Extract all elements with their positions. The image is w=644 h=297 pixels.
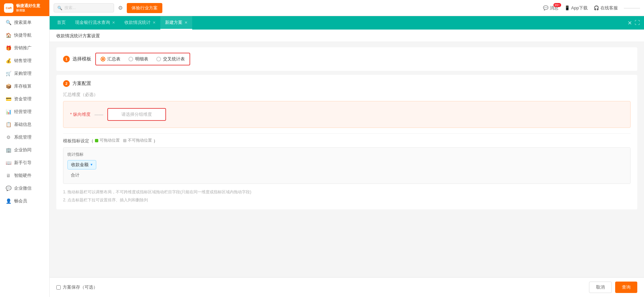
app-name: 畅捷通好生意 xyxy=(16,3,40,8)
settings-icon[interactable]: ⚙ xyxy=(118,5,123,11)
sidebar-item-wechat[interactable]: 💬 企业微信 xyxy=(0,182,49,195)
step2-title: 方案配置 xyxy=(72,81,91,87)
message-icon: 💬 xyxy=(543,5,548,10)
service-icon: 🎧 xyxy=(594,5,599,10)
step2-header: 2 方案配置 xyxy=(63,80,631,87)
footer-actions: 取消 查询 xyxy=(589,282,637,293)
metrics-area: 统计指标 收款金额 ▾ 合计 xyxy=(63,147,631,184)
tab-bank[interactable]: 现金银行流水查询 ✕ xyxy=(70,16,120,30)
search-icon: 🔍 xyxy=(5,19,11,26)
chat-icon: 💬 xyxy=(5,185,11,191)
tab-new[interactable]: 新建方案 ✕ xyxy=(160,16,192,30)
step1-number: 1 xyxy=(63,56,70,62)
sidebar-item-inventory[interactable]: 📦 库存核算 xyxy=(0,80,49,93)
tab-fullscreen-icon[interactable]: ⛶ xyxy=(635,20,640,26)
radio-detail[interactable]: 明细表 xyxy=(128,56,148,62)
radio-dot-cross xyxy=(156,57,161,61)
tab-stats-close[interactable]: ✕ xyxy=(153,20,156,25)
tab-new-close[interactable]: ✕ xyxy=(184,20,187,25)
dimension-area: * 纵向维度 —— 请选择分组维度 xyxy=(63,101,631,128)
radio-dot-summary xyxy=(101,57,105,61)
main-area: 🔍 搜索... ⚙ 体验行业方案 💬 消息 99+ 📱 App下载 🎧 在线客服… xyxy=(50,0,644,297)
search-icon-topbar: 🔍 xyxy=(57,6,62,10)
sidebar-item-quicknav[interactable]: 🏠 快捷导航 xyxy=(0,29,49,42)
message-badge-item[interactable]: 💬 消息 99+ xyxy=(543,5,558,11)
chart-icon: 📊 xyxy=(5,109,11,115)
industry-btn[interactable]: 体验行业方案 xyxy=(127,3,162,13)
app-edition: 标准版 xyxy=(16,8,40,13)
save-checkbox[interactable] xyxy=(56,285,61,290)
message-count-badge: 99+ xyxy=(553,3,561,7)
step1-section: 1 选择模板 汇总表 明细表 xyxy=(56,47,637,71)
topbar-search[interactable]: 🔍 搜索... xyxy=(54,3,114,12)
content-body: 1 选择模板 汇总表 明细表 xyxy=(50,42,644,277)
cancel-button[interactable]: 取消 xyxy=(589,282,612,293)
content-header: 收款情况统计方案设置 xyxy=(50,30,644,42)
topbar-right: 💬 消息 99+ 📱 App下载 🎧 在线客服 ———— xyxy=(543,5,640,11)
breadcrumb: 收款情况统计方案设置 xyxy=(56,33,100,38)
gear-icon: ⚙ xyxy=(5,134,11,140)
dimension-label: 汇总维度（必选） xyxy=(63,92,631,98)
sidebar-item-marketing[interactable]: 🎁 营销推广 xyxy=(0,42,49,54)
dimension-row: * 纵向维度 —— 请选择分组维度 xyxy=(70,108,624,121)
download-btn[interactable]: 📱 App下载 xyxy=(565,5,588,11)
content-area: 收款情况统计方案设置 1 选择模板 汇总表 xyxy=(50,30,644,297)
sidebar-item-sales[interactable]: 💰 销售管理 xyxy=(0,54,49,67)
monitor-icon: 🖥 xyxy=(5,172,11,179)
radio-dot-detail xyxy=(128,57,133,61)
radio-cross[interactable]: 交叉统计表 xyxy=(156,56,185,62)
tab-stats[interactable]: 收款情况统计 ✕ xyxy=(120,16,160,30)
sidebar-item-member[interactable]: 👤 畅会员 xyxy=(0,195,49,207)
footer-save-check[interactable]: 方案保存（可选） xyxy=(56,284,98,290)
download-icon: 📱 xyxy=(565,5,570,10)
username-display: ———— xyxy=(624,6,640,10)
sidebar-item-guide[interactable]: 📖 新手引导 xyxy=(0,156,49,169)
building-icon: 🏢 xyxy=(5,147,11,153)
search-placeholder: 搜索... xyxy=(64,5,76,11)
draggable-dot xyxy=(95,139,98,142)
query-button[interactable]: 查询 xyxy=(615,282,637,293)
download-label: App下载 xyxy=(571,5,588,11)
vertical-dimension-label: * 纵向维度 xyxy=(70,111,91,117)
step1-header: 1 选择模板 xyxy=(63,56,91,62)
step2-number: 2 xyxy=(63,80,70,87)
sidebar-item-baseinfo[interactable]: 📋 基础信息 xyxy=(0,118,49,131)
card-icon: 💳 xyxy=(5,96,11,102)
service-btn[interactable]: 🎧 在线客服 xyxy=(594,5,618,11)
metrics-setting-label: 模板指标设定（ 可拖动位置 不可拖动位置 ） xyxy=(63,138,158,144)
home-icon: 🏠 xyxy=(5,32,11,38)
money-icon: 💰 xyxy=(5,58,11,64)
metrics-subtag-total: 合计 xyxy=(67,171,83,180)
dimension-placeholder[interactable]: 请选择分组维度 xyxy=(107,108,166,121)
sidebar-item-purchase[interactable]: 🛒 采购管理 xyxy=(0,67,49,80)
sidebar-item-operations[interactable]: 📊 经营管理 xyxy=(0,105,49,118)
tab-bank-close[interactable]: ✕ xyxy=(112,20,115,25)
sidebar-item-system[interactable]: ⚙ 系统管理 xyxy=(0,131,49,144)
box-icon: 📦 xyxy=(5,83,11,89)
step2-section: 2 方案配置 汇总维度（必选） * 纵向维度 —— 请选择分组维度 xyxy=(56,75,637,209)
tab-home[interactable]: 首页 xyxy=(52,16,70,30)
service-label: 在线客服 xyxy=(600,5,618,11)
template-radio-group: 汇总表 明细表 交叉统计表 xyxy=(95,53,190,65)
tip-2: 2. 点击标题栏下拉可设置排序、插入列和删除列 xyxy=(63,196,631,204)
dropdown-icon[interactable]: ▾ xyxy=(91,162,93,167)
tab-actions: ✕ ⛶ xyxy=(628,16,641,30)
radio-summary[interactable]: 汇总表 xyxy=(101,56,120,62)
tab-close-all-icon[interactable]: ✕ xyxy=(628,20,632,26)
user-icon: 👤 xyxy=(5,198,11,204)
step1-title: 选择模板 xyxy=(72,56,91,62)
sidebar-item-enterprise[interactable]: 🏢 企业协同 xyxy=(0,144,49,156)
book-icon: 📖 xyxy=(5,160,11,166)
save-label: 方案保存（可选） xyxy=(63,284,98,290)
non-draggable-dot xyxy=(123,139,126,142)
sidebar-item-finance[interactable]: 💳 资金管理 xyxy=(0,93,49,105)
sidebar-item-hardware[interactable]: 🖥 智能硬件 xyxy=(0,169,49,182)
sidebar: CaR 畅捷通好生意 标准版 🔍 搜索菜单 🏠 快捷导航 🎁 营销推广 💰 销售… xyxy=(0,0,50,297)
metrics-tag-amount[interactable]: 收款金额 ▾ xyxy=(67,160,96,169)
metrics-tag-container: 收款金额 ▾ 合计 xyxy=(67,160,108,180)
metrics-section-title: 统计指标 xyxy=(67,152,626,157)
arrow-icon: —— xyxy=(95,112,103,117)
footer-bar: 方案保存（可选） 取消 查询 xyxy=(50,277,644,297)
topbar: 🔍 搜索... ⚙ 体验行业方案 💬 消息 99+ 📱 App下载 🎧 在线客服… xyxy=(50,0,644,16)
sidebar-item-search[interactable]: 🔍 搜索菜单 xyxy=(0,16,49,29)
